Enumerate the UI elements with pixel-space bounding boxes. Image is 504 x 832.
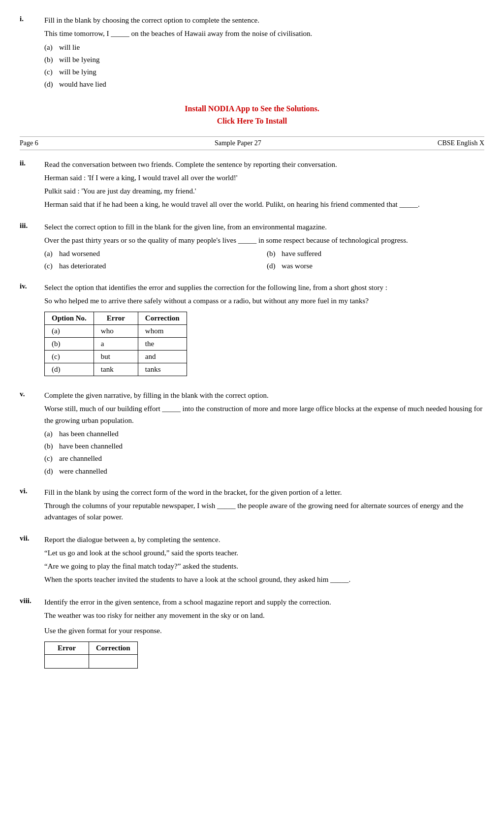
question-vi-content: Fill in the blank by using the correct f… — [44, 487, 484, 525]
question-viii: viii. Identify the error in the given se… — [20, 597, 484, 674]
option-iii-d-text: was worse — [282, 260, 313, 272]
question-iii-options: (a) had worsened (b) have suffered (c) h… — [44, 248, 484, 273]
option-v-c: (c) are channelled — [44, 453, 484, 464]
option-iii-c-label: (c) — [44, 260, 59, 272]
install-banner-line2: Click Here To Install — [20, 115, 484, 128]
table-cell-iv-a-error: who — [94, 325, 138, 338]
table-header-correction: Correction — [138, 312, 187, 325]
question-vii-line1: “Let us go and look at the school ground… — [44, 547, 484, 559]
install-banner-line1: Install NODIA App to See the Solutions. — [20, 102, 484, 115]
option-i-c-label: (c) — [44, 66, 59, 78]
option-iii-a-label: (a) — [44, 248, 59, 259]
table-viii-header-error: Error — [45, 642, 89, 655]
table-row: (d) tank tanks — [45, 363, 187, 376]
option-i-c: (c) will be lying — [44, 66, 484, 78]
question-vii-instruction: Report the dialogue between a, by comple… — [44, 534, 484, 545]
question-viii-format-label: Use the given format for your response. — [44, 625, 484, 637]
option-v-b-label: (b) — [44, 441, 59, 452]
question-iii-content: Select the correct option to fill in the… — [44, 222, 484, 273]
table-cell-iv-a-num: (a) — [45, 325, 94, 338]
option-iii-a-text: had worsened — [59, 248, 100, 259]
table-row: (a) who whom — [45, 325, 187, 338]
page-footer: Page 6 Sample Paper 27 CBSE English X — [20, 136, 484, 150]
option-v-a: (a) has been channelled — [44, 428, 484, 440]
question-v-num: v. — [20, 390, 44, 478]
table-cell-iv-b-num: (b) — [45, 338, 94, 351]
option-iii-d: (d) was worse — [267, 260, 484, 272]
table-viii-header-correction: Correction — [89, 642, 138, 655]
question-viii-instruction: Identify the error in the given sentence… — [44, 597, 484, 608]
question-i-instruction: Fill in the blank by choosing the correc… — [44, 15, 484, 26]
question-ii-content: Read the conversation between two friend… — [44, 159, 484, 213]
table-viii-correction-cell — [89, 655, 138, 669]
table-cell-iv-c-correction: and — [138, 351, 187, 363]
question-iv-num: iv. — [20, 282, 44, 382]
option-iii-b-label: (b) — [267, 248, 282, 259]
option-v-c-text: are channelled — [59, 453, 102, 464]
question-i-sentence: This time tomorrow, I _____ on the beach… — [44, 28, 484, 39]
option-v-a-label: (a) — [44, 428, 59, 440]
table-cell-iv-c-error: but — [94, 351, 138, 363]
table-header-option: Option No. — [45, 312, 94, 325]
question-iv: iv. Select the option that identifies th… — [20, 282, 484, 382]
question-iv-table: Option No. Error Correction (a) who whom… — [44, 312, 187, 376]
table-cell-iv-d-num: (d) — [45, 363, 94, 376]
question-ii-instruction: Read the conversation between two friend… — [44, 159, 484, 170]
table-cell-iv-d-correction: tanks — [138, 363, 187, 376]
install-banner[interactable]: Install NODIA App to See the Solutions. … — [20, 102, 484, 128]
question-i-options: (a) will lie (b) will be lyeing (c) will… — [44, 42, 484, 91]
question-ii-line3: Herman said that if he had been a king, … — [44, 199, 484, 210]
question-iii-sentence: Over the past thirty years or so the qua… — [44, 235, 484, 246]
table-header-error: Error — [94, 312, 138, 325]
option-i-d-label: (d) — [44, 79, 59, 90]
option-i-a-text: will lie — [59, 42, 80, 53]
question-iv-sentence: So who helped me to arrive there safely … — [44, 295, 484, 307]
question-viii-sentence: The weather was too risky for neither an… — [44, 610, 484, 621]
option-v-a-text: has been channelled — [59, 428, 119, 440]
question-i-num: i. — [20, 15, 44, 92]
option-i-b-label: (b) — [44, 54, 59, 65]
question-v-sentence: Worse still, much of our building effort… — [44, 403, 484, 426]
question-ii-line2: Pulkit said : 'You are just day dreaming… — [44, 186, 484, 197]
table-row: (b) a the — [45, 338, 187, 351]
question-ii: ii. Read the conversation between two fr… — [20, 159, 484, 213]
option-i-d: (d) would have lied — [44, 79, 484, 90]
question-vii-line2: “Are we going to play the final match to… — [44, 561, 484, 572]
option-v-d-label: (d) — [44, 466, 59, 477]
question-viii-content: Identify the error in the given sentence… — [44, 597, 484, 674]
option-i-d-text: would have lied — [59, 79, 106, 90]
table-cell-iv-b-correction: the — [138, 338, 187, 351]
table-cell-iv-a-correction: whom — [138, 325, 187, 338]
option-iii-a: (a) had worsened — [44, 248, 262, 259]
option-i-a-label: (a) — [44, 42, 59, 53]
question-i: i. Fill in the blank by choosing the cor… — [20, 15, 484, 92]
table-row-empty — [45, 655, 138, 669]
table-header-row: Error Correction — [45, 642, 138, 655]
question-viii-table: Error Correction — [44, 641, 138, 669]
footer-subject: CBSE English X — [438, 139, 484, 147]
option-iii-b: (b) have suffered — [267, 248, 484, 259]
table-row: (c) but and — [45, 351, 187, 363]
question-vi: vi. Fill in the blank by using the corre… — [20, 487, 484, 525]
question-vii-content: Report the dialogue between a, by comple… — [44, 534, 484, 588]
table-header-row: Option No. Error Correction — [45, 312, 187, 325]
question-vi-num: vi. — [20, 487, 44, 525]
question-vi-instruction: Fill in the blank by using the correct f… — [44, 487, 484, 498]
option-v-d-text: were channelled — [59, 466, 107, 477]
question-vii: vii. Report the dialogue between a, by c… — [20, 534, 484, 588]
option-v-c-label: (c) — [44, 453, 59, 464]
question-vii-line3: When the sports teacher invited the stud… — [44, 574, 484, 585]
table-cell-iv-b-error: a — [94, 338, 138, 351]
option-iii-c-text: has deteriorated — [59, 260, 106, 272]
question-vii-num: vii. — [20, 534, 44, 588]
option-i-b-text: will be lyeing — [59, 54, 100, 65]
question-vi-line1: Through the columns of your reputable ne… — [44, 500, 484, 523]
table-cell-iv-d-error: tank — [94, 363, 138, 376]
question-v-instruction: Complete the given narrative, by filling… — [44, 390, 484, 401]
footer-title: Sample Paper 27 — [215, 139, 261, 147]
option-v-d: (d) were channelled — [44, 466, 484, 477]
question-v: v. Complete the given narrative, by fill… — [20, 390, 484, 478]
question-iv-instruction: Select the option that identifies the er… — [44, 282, 484, 293]
option-i-c-text: will be lying — [59, 66, 96, 78]
question-v-options: (a) has been channelled (b) have been ch… — [44, 428, 484, 477]
